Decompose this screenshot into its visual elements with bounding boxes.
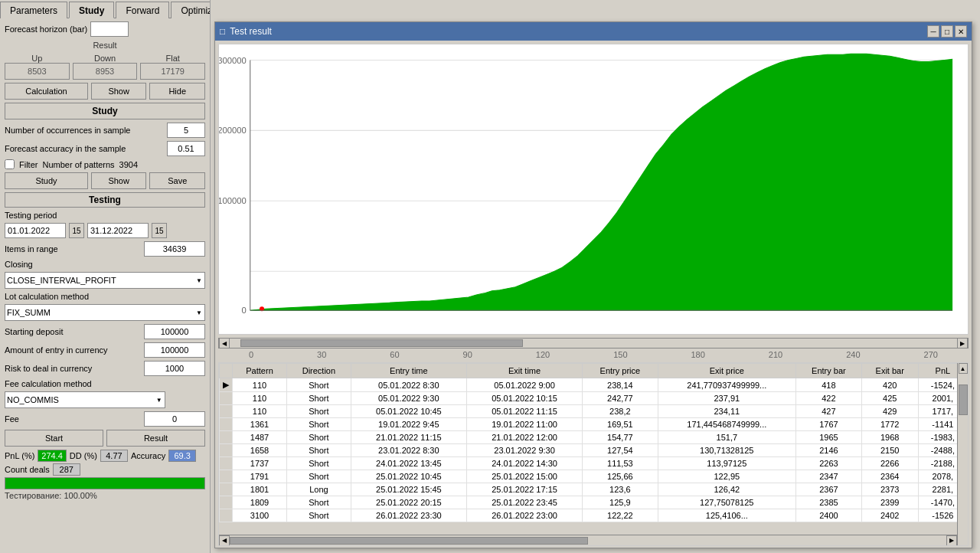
entry_bar-cell: 1767: [796, 418, 862, 431]
scroll-right-arrow[interactable]: ▶: [957, 338, 968, 348]
testing-period-label: Testing period: [5, 211, 57, 220]
entry_time-cell: 24.01.2022 13:45: [351, 457, 466, 470]
study-buttons-row: Study Show Save: [5, 172, 205, 189]
table-row[interactable]: 110Short05.01.2022 10:4505.01.2022 11:15…: [220, 405, 968, 418]
table-row[interactable]: 1658Short23.01.2022 8:3023.01.2022 9:301…: [220, 444, 968, 457]
tab-parameters[interactable]: Parameters: [0, 2, 67, 18]
exit_bar-cell: 2266: [861, 457, 918, 470]
entry_time-cell: 05.01.2022 10:45: [351, 405, 466, 418]
vertical-scrollbar[interactable]: ▲: [957, 363, 968, 545]
exit-bar-header[interactable]: Exit bar: [861, 364, 918, 378]
bottom-scroll-left[interactable]: ◀: [219, 535, 230, 546]
pattern-cell: 110: [233, 405, 287, 418]
exit_time-cell: 24.01.2022 14:30: [466, 457, 582, 470]
table-row[interactable]: 1809Short25.01.2022 20:1525.01.2022 23:4…: [220, 496, 968, 509]
table-row[interactable]: 1361Short19.01.2022 9:4519.01.2022 11:00…: [220, 418, 968, 431]
result-button[interactable]: Result: [106, 430, 205, 447]
direction-header[interactable]: Direction: [287, 364, 351, 378]
result-labels-row: Result: [5, 40, 205, 51]
amount-input[interactable]: [144, 342, 205, 358]
risk-input[interactable]: [144, 361, 205, 376]
exit_price-cell: 125,4106...: [658, 509, 796, 522]
exit-price-header[interactable]: Exit price: [658, 364, 796, 378]
calendar-end-button[interactable]: 15: [152, 223, 167, 238]
risk-label: Risk to deal in currency: [5, 364, 92, 373]
scroll-up-arrow[interactable]: ▲: [959, 363, 968, 374]
testing-end-input[interactable]: [87, 223, 149, 238]
pattern-cell: 1361: [233, 418, 287, 431]
entry_bar-cell: 2400: [796, 509, 862, 522]
exit_price-cell: 122,95: [658, 470, 796, 483]
fee-calc-label-row: Fee calculation method: [5, 379, 205, 388]
deposit-input[interactable]: [144, 324, 205, 339]
table-header-row: Pattern Direction Entry time Exit time E…: [220, 364, 968, 378]
exit_bar-cell: 1968: [861, 431, 918, 444]
entry_time-cell: 21.01.2022 11:15: [351, 431, 466, 444]
forecast-horizon-row: Forecast horizon (bar): [5, 21, 205, 37]
entry-bar-header[interactable]: Entry bar: [796, 364, 862, 378]
exit-time-header[interactable]: Exit time: [466, 364, 582, 378]
occurrences-input[interactable]: [167, 123, 205, 138]
row-selector-header: [220, 364, 233, 378]
table-row[interactable]: ▶110Short05.01.2022 8:3005.01.2022 9:002…: [220, 378, 968, 392]
entry_bar-cell: 2367: [796, 483, 862, 496]
tab-study[interactable]: Study: [69, 2, 114, 18]
bottom-scroll-thumb[interactable]: [230, 537, 588, 545]
testing-period-inputs-row: 15 15: [5, 223, 205, 238]
tab-optimization[interactable]: Optimization: [171, 2, 211, 18]
table-row[interactable]: 1487Short21.01.2022 11:1521.01.2022 12:0…: [220, 431, 968, 444]
bottom-scroll-right[interactable]: ▶: [946, 535, 957, 546]
start-result-row: Start Result: [5, 430, 205, 447]
exit_time-cell: 26.01.2022 23:00: [466, 509, 582, 522]
scrollbar-thumb-vertical[interactable]: [959, 384, 968, 415]
filter-checkbox[interactable]: [5, 159, 15, 169]
scroll-thumb[interactable]: [240, 339, 523, 347]
maximize-button[interactable]: □: [941, 25, 953, 38]
table-row[interactable]: 1791Short25.01.2022 10:4525.01.2022 15:0…: [220, 470, 968, 483]
entry-time-header[interactable]: Entry time: [351, 364, 466, 378]
minimize-button[interactable]: ─: [927, 25, 939, 38]
entry_price-cell: 154,77: [583, 431, 658, 444]
table-row[interactable]: 1801Long25.01.2022 15:4525.01.2022 17:15…: [220, 483, 968, 496]
pattern-header[interactable]: Pattern: [233, 364, 287, 378]
flat-label: Flat: [140, 54, 205, 63]
calculation-button[interactable]: Calculation: [5, 83, 88, 100]
panel-content: Forecast horizon (bar) Result Up Down Fl…: [0, 18, 210, 553]
scroll-left-arrow[interactable]: ◀: [219, 338, 230, 348]
items-in-range-input[interactable]: [144, 241, 205, 257]
table-row[interactable]: 1737Short24.01.2022 13:4524.01.2022 14:3…: [220, 457, 968, 470]
fee-row: Fee: [5, 411, 205, 427]
direction-cell: Long: [287, 483, 351, 496]
entry-price-header[interactable]: Entry price: [583, 364, 658, 378]
start-button[interactable]: Start: [5, 430, 103, 447]
forecast-horizon-input[interactable]: [90, 21, 129, 37]
pattern-cell: 3100: [233, 509, 287, 522]
calendar-start-button[interactable]: 15: [69, 223, 84, 238]
show-button[interactable]: Show: [91, 83, 147, 100]
close-button[interactable]: ✕: [955, 25, 967, 38]
closing-select[interactable]: CLOSE_INTERVAL_PROFIT: [5, 272, 205, 289]
study-main-button[interactable]: Study: [5, 103, 205, 119]
hide-button[interactable]: Hide: [149, 83, 205, 100]
table-row[interactable]: 3100Short26.01.2022 23:3026.01.2022 23:0…: [220, 509, 968, 522]
show-second-button[interactable]: Show: [91, 172, 147, 189]
entry_time-cell: 19.01.2022 9:45: [351, 418, 466, 431]
entry_bar-cell: 427: [796, 405, 862, 418]
tab-forward[interactable]: Forward: [116, 2, 169, 18]
study-second-button[interactable]: Study: [5, 172, 88, 189]
fee-input[interactable]: [144, 411, 205, 427]
accuracy-stat-value: 69.3: [168, 450, 196, 462]
fee-calc-select[interactable]: NO_COMMIS: [5, 391, 165, 408]
bottom-scroll-track: [230, 537, 946, 545]
accuracy-input[interactable]: [167, 141, 205, 156]
testing-start-input[interactable]: [5, 223, 66, 238]
up-label: Up: [5, 54, 70, 63]
pnl-value: 274.4: [38, 450, 67, 462]
table-row[interactable]: 110Short05.01.2022 9:3005.01.2022 10:152…: [220, 392, 968, 405]
save-button[interactable]: Save: [149, 172, 205, 189]
x-label-90: 90: [463, 350, 472, 359]
lot-calc-select[interactable]: FIX_SUMM: [5, 304, 205, 321]
entry_price-cell: 122,22: [583, 509, 658, 522]
direction-cell: Short: [287, 470, 351, 483]
entry_price-cell: 125,9: [583, 496, 658, 509]
